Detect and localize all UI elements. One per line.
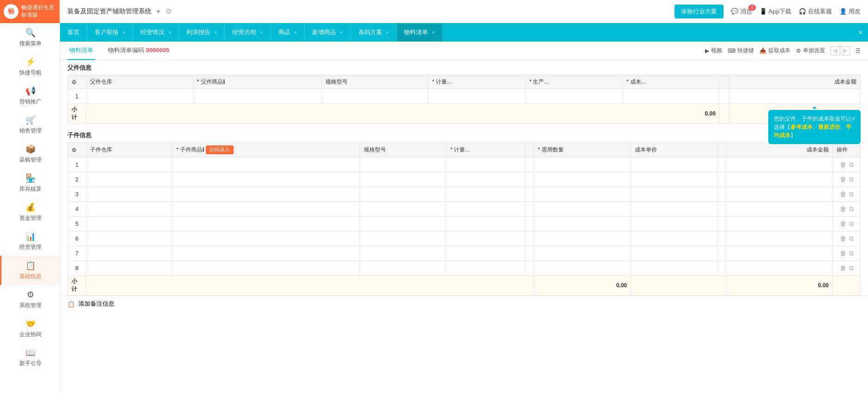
child-warehouse-cell[interactable] — [86, 246, 173, 261]
delete-icon[interactable]: 🗑 — [840, 161, 846, 169]
tab-close-icon[interactable]: × — [294, 30, 297, 35]
child-spec-cell[interactable] — [360, 217, 446, 231]
cost-cell[interactable] — [622, 89, 719, 104]
child-goods-cell[interactable] — [172, 187, 360, 202]
shortcut-button[interactable]: ⌨ 快捷键 — [728, 47, 754, 54]
sidebar-item-system[interactable]: ⚙ 系统管理 — [0, 285, 60, 314]
child-qty-cell[interactable] — [534, 172, 631, 187]
delete-icon[interactable]: 🗑 — [840, 175, 846, 183]
copy-icon[interactable]: ⧉ — [849, 249, 854, 257]
tab-close-icon[interactable]: × — [214, 30, 217, 35]
settings-icon[interactable]: ⚙ — [165, 7, 172, 16]
tab-close-icon[interactable]: × — [168, 30, 171, 35]
child-unit-cost-cell[interactable] — [631, 187, 717, 202]
th-settings[interactable]: ⚙ — [68, 143, 86, 157]
sub-tab-code[interactable]: 物料清单编码 0000005 — [106, 42, 171, 60]
child-unit-cost-cell[interactable] — [631, 202, 717, 217]
child-spec-cell[interactable] — [360, 246, 446, 261]
child-goods-cell[interactable] — [172, 261, 360, 276]
copy-icon[interactable]: ⧉ — [849, 175, 854, 183]
view-button[interactable]: ▶ 视频 — [705, 47, 722, 54]
child-goods-cell[interactable] — [172, 202, 360, 217]
parent-goods-cell[interactable] — [193, 89, 321, 104]
child-qty-cell[interactable] — [534, 231, 631, 246]
production-cell[interactable] — [525, 89, 622, 104]
list-view-button[interactable]: ☰ — [856, 48, 861, 54]
tab-goods[interactable]: 商品 × — [271, 23, 305, 42]
scan-button[interactable]: 扫码录入 — [206, 145, 234, 154]
tab-barcode[interactable]: 条码方案 × — [351, 23, 397, 42]
child-qty-cell[interactable] — [534, 217, 631, 231]
sidebar-item-search[interactable]: 🔍 搜索菜单 — [0, 23, 60, 52]
child-spec-cell[interactable] — [360, 202, 446, 217]
child-spec-cell[interactable] — [360, 172, 446, 187]
tab-close-icon[interactable]: × — [386, 30, 389, 35]
sidebar-item-business[interactable]: 📊 经营管理 — [0, 227, 60, 256]
child-measure-cell[interactable] — [446, 246, 525, 261]
child-goods-cell[interactable] — [172, 246, 360, 261]
child-spec-cell[interactable] — [360, 157, 446, 172]
tab-history[interactable]: 经营历程 × — [225, 23, 271, 42]
dropdown-arrow-icon[interactable]: ▼ — [155, 8, 162, 15]
child-qty-cell[interactable] — [534, 157, 631, 172]
copy-icon[interactable]: ⧉ — [849, 205, 854, 213]
child-spec-cell[interactable] — [360, 261, 446, 276]
child-unit-cost-cell[interactable] — [631, 231, 717, 246]
app-download-button[interactable]: 📱 App下载 — [760, 7, 791, 16]
measure-cell[interactable] — [428, 89, 525, 104]
delete-icon[interactable]: 🗑 — [840, 235, 846, 242]
online-service-button[interactable]: 🎧 在线客服 — [799, 7, 832, 16]
child-qty-cell[interactable] — [534, 246, 631, 261]
child-unit-cost-cell[interactable] — [631, 217, 717, 231]
nav-next-button[interactable]: ▷ — [841, 46, 850, 55]
tooltip-close-button[interactable]: × — [852, 115, 855, 123]
child-qty-cell[interactable] — [534, 202, 631, 217]
extract-cost-button[interactable]: 📥 提取成本 — [760, 47, 790, 54]
child-measure-cell[interactable] — [446, 172, 525, 187]
nav-prev-button[interactable]: ◁ — [831, 46, 840, 55]
copy-icon[interactable]: ⧉ — [849, 264, 854, 272]
child-measure-cell[interactable] — [446, 217, 525, 231]
child-unit-cost-cell[interactable] — [631, 157, 717, 172]
copy-icon[interactable]: ⧉ — [849, 220, 854, 228]
sidebar-item-finance[interactable]: 💰 资金管理 — [0, 198, 60, 227]
child-measure-cell[interactable] — [446, 231, 525, 246]
child-goods-cell[interactable] — [172, 172, 360, 187]
trial-button[interactable]: 体验行业方案 — [675, 5, 723, 18]
tab-customer[interactable]: 客户联络 × — [87, 23, 133, 42]
child-warehouse-cell[interactable] — [86, 231, 173, 246]
child-measure-cell[interactable] — [446, 187, 525, 202]
child-warehouse-cell[interactable] — [86, 202, 173, 217]
child-warehouse-cell[interactable] — [86, 157, 173, 172]
child-warehouse-cell[interactable] — [86, 187, 173, 202]
copy-icon[interactable]: ⧉ — [849, 190, 854, 198]
child-spec-cell[interactable] — [360, 187, 446, 202]
sidebar-item-inventory[interactable]: 🏪 库存核算 — [0, 169, 60, 198]
message-button[interactable]: 💬 消息 6 — [731, 7, 752, 16]
child-measure-cell[interactable] — [446, 261, 525, 276]
tab-close-icon[interactable]: × — [340, 30, 343, 35]
tab-operations[interactable]: 经营情况 × — [133, 23, 179, 42]
sub-tab-list[interactable]: 物料清单 — [67, 42, 95, 60]
child-warehouse-cell[interactable] — [86, 261, 173, 276]
tab-close-icon[interactable]: × — [122, 30, 125, 35]
delete-icon[interactable]: 🗑 — [840, 190, 846, 198]
delete-icon[interactable]: 🗑 — [840, 220, 846, 228]
parent-warehouse-cell[interactable] — [86, 89, 193, 104]
copy-icon[interactable]: ⧉ — [849, 161, 854, 169]
tab-close-icon[interactable]: × — [432, 30, 434, 35]
child-warehouse-cell[interactable] — [86, 217, 173, 231]
child-goods-cell[interactable] — [172, 217, 360, 231]
delete-icon[interactable]: 🗑 — [840, 205, 846, 213]
sidebar-item-enterprise[interactable]: 🤝 企业协同 — [0, 314, 60, 343]
child-qty-cell[interactable] — [534, 261, 631, 276]
tab-home[interactable]: 首页 — [60, 23, 87, 42]
tab-close-icon[interactable]: × — [260, 30, 263, 35]
delete-icon[interactable]: 🗑 — [840, 264, 846, 272]
child-measure-cell[interactable] — [446, 157, 525, 172]
th-settings[interactable]: ⚙ — [68, 75, 86, 89]
child-spec-cell[interactable] — [360, 231, 446, 246]
child-warehouse-cell[interactable] — [86, 172, 173, 187]
child-measure-cell[interactable] — [446, 202, 525, 217]
sidebar-item-basic[interactable]: 📋 基础信息 — [0, 256, 60, 285]
